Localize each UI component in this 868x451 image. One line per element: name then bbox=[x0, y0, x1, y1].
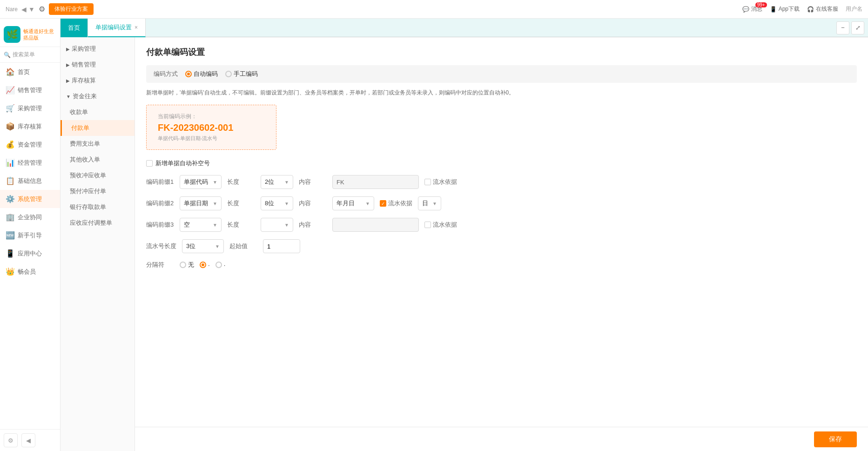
sep-dot1-label: · bbox=[208, 262, 210, 269]
sidebar-item-operations[interactable]: 📊 经营管理 bbox=[0, 154, 60, 172]
app-download-button[interactable]: 📱 App下载 bbox=[770, 5, 800, 13]
length1-value: 2位 bbox=[265, 178, 274, 186]
top-bar-left: Nare ◀ ▼ ⚙ 体验行业方案 bbox=[6, 3, 94, 15]
arrow-left-icon[interactable]: ◀ bbox=[21, 6, 27, 13]
sidebar-item-newguide[interactable]: 🆕 新手引导 bbox=[0, 226, 60, 244]
apps-icon: 📱 bbox=[6, 249, 14, 258]
settings-bottom-button[interactable]: ⚙ bbox=[4, 433, 18, 447]
serial-length-select[interactable]: 3位 ▼ bbox=[182, 239, 224, 253]
minimize-button[interactable]: − bbox=[836, 21, 849, 34]
search-icon: 🔍 bbox=[4, 52, 11, 58]
sec-group-sales-title[interactable]: ▶ 销售管理 bbox=[61, 57, 135, 73]
length2-label: 长度 bbox=[227, 199, 255, 208]
messages-button[interactable]: 💬 消息 99+ bbox=[742, 5, 762, 13]
arrow-down-icon[interactable]: ▼ bbox=[28, 6, 35, 13]
sidebar-logo: 🌿 bbox=[4, 26, 20, 43]
sec-group-capital-title[interactable]: ▼ 资金往来 bbox=[61, 88, 135, 104]
top-bar-brand: Nare bbox=[6, 6, 18, 13]
serial3-checkbox-item: 流水依据 bbox=[424, 221, 457, 229]
sec-group-sales: ▶ 销售管理 bbox=[61, 57, 135, 73]
sidebar-item-inventory[interactable]: 📦 库存核算 bbox=[0, 117, 60, 135]
sidebar-item-sales[interactable]: 📈 销售管理 bbox=[0, 81, 60, 99]
maximize-button[interactable]: ⤢ bbox=[851, 21, 864, 34]
sep-radio-dot1[interactable]: · bbox=[200, 262, 210, 269]
content2-select[interactable]: 年月日 ▼ bbox=[332, 196, 374, 210]
serial2-checkbox[interactable]: ✓ bbox=[380, 200, 386, 207]
separator-row: 分隔符 无 · · bbox=[146, 261, 857, 269]
save-button[interactable]: 保存 bbox=[814, 431, 857, 447]
trial-button[interactable]: 体验行业方案 bbox=[49, 3, 94, 15]
start-value-input[interactable] bbox=[263, 239, 300, 253]
gear-icon[interactable]: ⚙ bbox=[39, 5, 45, 13]
prefix1-value: 单据代码 bbox=[184, 178, 208, 186]
prefix1-select[interactable]: 单据代码 ▼ bbox=[180, 175, 222, 189]
serial2-label: 流水依据 bbox=[388, 199, 412, 208]
top-bar-right: 💬 消息 99+ 📱 App下载 🎧 在线客服 用户名 bbox=[742, 5, 862, 13]
prefix-row-2: 编码前缀2 单据日期 ▼ 长度 8位 ▼ 内容 年月日 bbox=[146, 196, 857, 210]
sec-nav-prepay-payable[interactable]: 预付冲应付单 bbox=[61, 183, 135, 199]
sidebar-search[interactable]: 🔍 搜索菜单 bbox=[0, 47, 60, 63]
serial1-checkbox-item: 流水依据 bbox=[424, 178, 457, 186]
prefix2-value: 单据日期 bbox=[184, 199, 208, 208]
prefix2-select[interactable]: 单据日期 ▼ bbox=[180, 196, 222, 210]
start-value-label: 起始值 bbox=[229, 242, 257, 250]
online-service-button[interactable]: 🎧 在线客服 bbox=[807, 5, 838, 13]
chevron-down-icon: ▼ bbox=[432, 201, 437, 206]
sec-nav-payment[interactable]: 付款单 bbox=[61, 120, 135, 136]
sidebar-item-purchase[interactable]: 🛒 采购管理 bbox=[0, 99, 60, 117]
user-name[interactable]: 用户名 bbox=[846, 5, 862, 13]
sep-none-dot bbox=[180, 262, 186, 268]
purchase-icon: 🛒 bbox=[6, 104, 14, 113]
sec-group-purchase-title[interactable]: ▶ 采购管理 bbox=[61, 41, 135, 57]
sep-radio-none[interactable]: 无 bbox=[180, 261, 194, 269]
sec-group-capital: ▼ 资金往来 收款单 付款单 费用支出单 其他收入单 预收冲应收单 预付冲应付单… bbox=[61, 88, 135, 231]
tab-close-button[interactable]: × bbox=[135, 24, 138, 31]
sec-nav-expense[interactable]: 费用支出单 bbox=[61, 136, 135, 152]
app-icon: 📱 bbox=[770, 6, 777, 13]
basic-icon: 📋 bbox=[6, 176, 14, 185]
sec-group-inventory-title[interactable]: ▶ 库存核算 bbox=[61, 73, 135, 88]
sidebar-item-basic[interactable]: 📋 基础信息 bbox=[0, 172, 60, 190]
radio-auto[interactable]: 自动编码 bbox=[185, 70, 218, 78]
encoding-method-row: 编码方式 自动编码 手工编码 bbox=[146, 65, 857, 83]
content2-label: 内容 bbox=[299, 199, 327, 208]
sec-nav-income[interactable]: 其他收入单 bbox=[61, 152, 135, 168]
sidebar-item-enterprise[interactable]: 🏢 企业协同 bbox=[0, 208, 60, 226]
serial3-checkbox[interactable] bbox=[424, 222, 431, 228]
auto-fill-checkbox[interactable] bbox=[146, 160, 153, 167]
prefix3-select[interactable]: 空 ▼ bbox=[180, 218, 222, 232]
sidebar-item-label: 畅会员 bbox=[18, 268, 36, 276]
length1-select[interactable]: 2位 ▼ bbox=[261, 175, 293, 189]
sidebar-item-label: 基础信息 bbox=[18, 177, 42, 185]
serial1-checkbox[interactable] bbox=[424, 179, 431, 185]
sidebar-item-home[interactable]: 🏠 首页 bbox=[0, 63, 60, 81]
day-select[interactable]: 日 ▼ bbox=[418, 196, 441, 210]
serial-length-label: 流水号长度 bbox=[146, 242, 176, 250]
length3-select[interactable]: ▼ bbox=[261, 218, 293, 232]
home-icon: 🏠 bbox=[6, 67, 14, 76]
length3-label: 长度 bbox=[227, 221, 255, 229]
arrow-right-icon: ▶ bbox=[66, 78, 70, 83]
sidebar-item-capital[interactable]: 💰 资金管理 bbox=[0, 135, 60, 154]
sidebar-item-apps[interactable]: 📱 应用中心 bbox=[0, 244, 60, 263]
tab-home[interactable]: 首页 bbox=[61, 19, 88, 37]
sidebar-item-member[interactable]: 👑 畅会员 bbox=[0, 263, 60, 281]
secondary-sidebar: ▶ 采购管理 ▶ 销售管理 ▶ 库存核算 bbox=[61, 37, 135, 451]
system-icon: ⚙️ bbox=[6, 195, 14, 203]
chevron-down-icon: ▼ bbox=[284, 180, 289, 185]
sep-radio-dot2[interactable]: · bbox=[215, 262, 226, 269]
newguide-icon: 🆕 bbox=[6, 231, 14, 240]
sec-nav-adjustment[interactable]: 应收应付调整单 bbox=[61, 215, 135, 231]
prefix2-label: 编码前缀2 bbox=[146, 199, 174, 208]
sec-nav-bank[interactable]: 银行存取款单 bbox=[61, 199, 135, 215]
chevron-down-icon: ▼ bbox=[213, 222, 217, 228]
sidebar-item-system[interactable]: ⚙️ 系统管理 bbox=[0, 190, 60, 208]
sales-icon: 📈 bbox=[6, 86, 14, 94]
radio-manual[interactable]: 手工编码 bbox=[225, 70, 258, 78]
length2-select[interactable]: 8位 ▼ bbox=[261, 196, 293, 210]
sec-nav-prepay-receivable[interactable]: 预收冲应收单 bbox=[61, 168, 135, 183]
collapse-button[interactable]: ◀ bbox=[21, 433, 35, 447]
sec-nav-receipt[interactable]: 收款单 bbox=[61, 104, 135, 120]
inventory-icon: 📦 bbox=[6, 122, 14, 131]
tab-encoding-settings[interactable]: 单据编码设置 × bbox=[88, 19, 146, 37]
